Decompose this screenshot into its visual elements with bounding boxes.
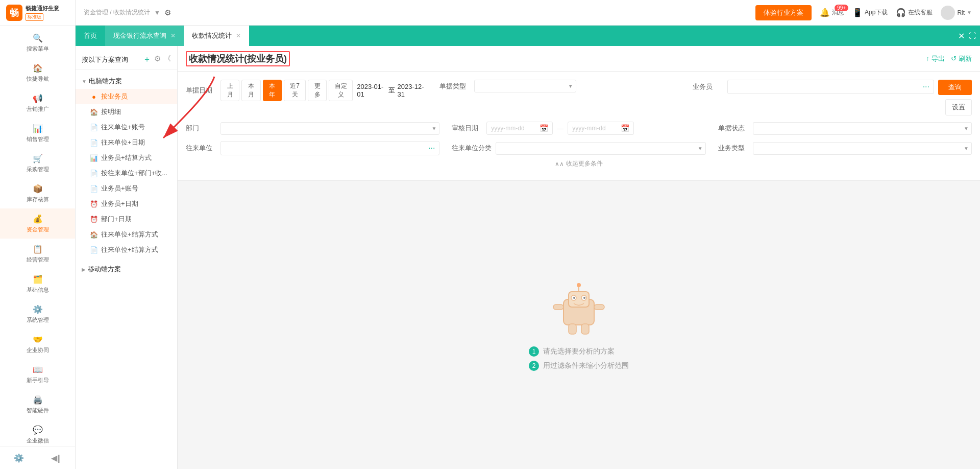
tab-close-all-icon[interactable]: ✕: [958, 31, 965, 41]
setting-button[interactable]: 设置: [945, 99, 972, 115]
scheme-item-by-detail[interactable]: 🏠 按明细: [76, 104, 177, 120]
business-type-select[interactable]: [753, 142, 972, 155]
scheme-settings-btn[interactable]: ⚙: [154, 54, 161, 65]
tab-receipts[interactable]: 收款情况统计 ✕: [184, 26, 249, 46]
query-button[interactable]: 查询: [938, 80, 972, 95]
sidebar-item-guide[interactable]: 📖 新手引导: [0, 359, 75, 389]
app-download-btn[interactable]: 📱 App下载: [852, 8, 888, 17]
sidebar-item-inventory[interactable]: 📦 库存核算: [0, 178, 75, 208]
unit-dept-receipt-scheme-icon: 📄: [90, 169, 98, 177]
dept-select[interactable]: [220, 122, 439, 135]
scheme-item-by-unit-payment2[interactable]: 📄 往来单位+结算方式: [76, 242, 177, 257]
page-title: 收款情况统计(按业务员): [186, 51, 290, 66]
export-icon: ↑: [926, 55, 930, 62]
more-date-btn[interactable]: 更多: [308, 80, 327, 101]
scheme-item-by-dept-date[interactable]: ⏰ 部门+日期: [76, 212, 177, 227]
system-icon: ⚙️: [33, 304, 43, 314]
counterparty-category-select[interactable]: [496, 142, 705, 155]
detail-scheme-icon: 🏠: [90, 108, 98, 116]
search-icon: 🔍: [33, 33, 43, 43]
desktop-group-title[interactable]: ▼ 电脑端方案: [76, 74, 177, 89]
scheme-item-by-unit-date[interactable]: 📄 往来单位+日期: [76, 135, 177, 150]
logo-area: 畅 畅捷通好生意 标准版: [0, 0, 75, 26]
review-date-from[interactable]: yyyy-mm-dd 📅: [486, 122, 553, 135]
desktop-scheme-group: ▼ 电脑端方案 ● 按业务员 🏠 按明细 📄 往来单位+账号: [76, 74, 177, 257]
bell-icon: 🔔: [820, 8, 830, 17]
scheme-item-by-unit-dept-receipt[interactable]: 📄 按往来单位+部门+收...: [76, 166, 177, 181]
tab-home[interactable]: 首页: [76, 26, 105, 46]
scheme-item-by-unit-payment1[interactable]: 🏠 往来单位+结算方式: [76, 227, 177, 242]
voucher-type-select-wrapper: ▼: [474, 80, 576, 92]
sidebar-item-smart[interactable]: 🖨️ 智能硬件: [0, 389, 75, 419]
prev-month-btn[interactable]: 上月: [220, 80, 239, 101]
sidebar-item-finance[interactable]: 💰 资金管理: [0, 208, 75, 239]
bottom-settings-btn[interactable]: ⚙️: [10, 451, 28, 465]
sidebar-item-marketing[interactable]: 📢 营销推广: [0, 88, 75, 118]
refresh-btn[interactable]: ↺ 刷新: [951, 54, 972, 63]
scheme-item-by-salesperson-account[interactable]: 📄 业务员+账号: [76, 181, 177, 196]
breadcrumb-dropdown-icon[interactable]: ▼: [154, 9, 160, 16]
collapse-bar[interactable]: ∧∧ 收起更多条件: [186, 155, 972, 172]
this-year-btn[interactable]: 本年: [263, 80, 282, 101]
tab-bank-flow[interactable]: 现金银行流水查询 ✕: [105, 26, 184, 46]
sidebar-item-purchase[interactable]: 🛒 采购管理: [0, 148, 75, 178]
voucher-type-select[interactable]: [474, 80, 576, 92]
voucher-status-select-wrapper: ▼: [753, 122, 972, 135]
tab-expand-icon[interactable]: ⛶: [969, 32, 976, 40]
svg-rect-6: [553, 304, 564, 310]
enterprise-icon: 🤝: [33, 334, 43, 344]
business-type-label: 业务类型: [718, 144, 749, 153]
date-range: 2023-01-01 至 2023-12-31: [357, 83, 427, 98]
try-plan-button[interactable]: 体验行业方案: [755, 5, 812, 20]
review-date-to[interactable]: yyyy-mm-dd 📅: [568, 122, 634, 135]
sidebar-bottom: ⚙️ ◀‖: [0, 447, 75, 469]
hint-num-2: 2: [529, 361, 539, 371]
sidebar-item-quick-nav[interactable]: 🏠 快捷导航: [0, 58, 75, 88]
tab-close-bank-flow[interactable]: ✕: [170, 32, 176, 39]
export-btn[interactable]: ↑ 导出: [926, 54, 945, 63]
sidebar-item-wechat[interactable]: 💬 企业微信: [0, 419, 75, 447]
home-icon: 🏠: [33, 63, 43, 73]
last7days-btn[interactable]: 近7天: [284, 80, 306, 101]
guide-icon: 📖: [33, 364, 43, 374]
online-service-btn[interactable]: 🎧 在线客服: [896, 8, 933, 17]
header-settings-btn[interactable]: ⚙: [164, 8, 171, 17]
custom-date-btn[interactable]: 自定义: [329, 80, 353, 101]
collapse-panel-btn[interactable]: 《: [164, 54, 171, 65]
unit-payment2-scheme-icon: 📄: [90, 246, 98, 254]
business-type-select-wrapper: ▼: [753, 142, 972, 155]
scheme-item-by-unit-account[interactable]: 📄 往来单位+账号: [76, 120, 177, 135]
scheme-item-by-salesperson[interactable]: ● 按业务员: [76, 89, 177, 104]
scheme-item-by-salesperson-date[interactable]: ⏰ 业务员+日期: [76, 196, 177, 212]
user-avatar-area[interactable]: Rit ▼: [941, 6, 972, 20]
mobile-scheme-group: ▶ 移动端方案: [76, 262, 177, 277]
voucher-status-select[interactable]: [753, 122, 972, 135]
mobile-group-title[interactable]: ▶ 移动端方案: [76, 262, 177, 277]
notification-btn[interactable]: 🔔 消息 99+: [820, 8, 844, 17]
sidebar-item-system[interactable]: ⚙️ 系统管理: [0, 299, 75, 329]
counterparty-more-icon[interactable]: ···: [428, 144, 435, 153]
filter-area: 单据日期 上月 本月 本年 近7天 更多 自定义 2023-01-01: [178, 72, 980, 181]
empty-hints: 1 请先选择要分析的方案 2 用过滤条件来缩小分析范围: [529, 346, 629, 371]
title-actions: ↑ 导出 ↺ 刷新: [926, 54, 972, 63]
svg-point-5: [583, 297, 585, 299]
marketing-icon: 📢: [33, 93, 43, 103]
sidebar-item-search[interactable]: 🔍 搜索菜单: [0, 28, 75, 58]
scheme-item-by-salesperson-payment[interactable]: 📊 业务员+结算方式: [76, 150, 177, 166]
bottom-collapse-btn[interactable]: ◀‖: [47, 451, 65, 465]
sidebar-item-sales[interactable]: 📊 销售管理: [0, 118, 75, 148]
sidebar-item-enterprise[interactable]: 🤝 企业协同: [0, 329, 75, 359]
tab-close-receipts[interactable]: ✕: [236, 32, 241, 39]
wechat-icon: 💬: [33, 425, 43, 435]
sidebar-item-basic[interactable]: 🗂️ 基础信息: [0, 269, 75, 299]
salesperson-more-icon[interactable]: ···: [923, 82, 929, 91]
sidebar-item-operations[interactable]: 📋 经营管理: [0, 239, 75, 269]
salesperson-date-scheme-icon: ⏰: [90, 200, 98, 208]
finance-icon: 💰: [33, 214, 43, 224]
svg-rect-9: [581, 324, 589, 334]
filter-actions: 查询 设置: [938, 80, 972, 115]
this-month-btn[interactable]: 本月: [241, 80, 260, 101]
tab-bar-right: ✕ ⛶: [958, 31, 980, 41]
add-scheme-btn[interactable]: ＋: [143, 54, 151, 65]
left-panel-header-actions: ＋ ⚙ 《: [143, 54, 171, 65]
